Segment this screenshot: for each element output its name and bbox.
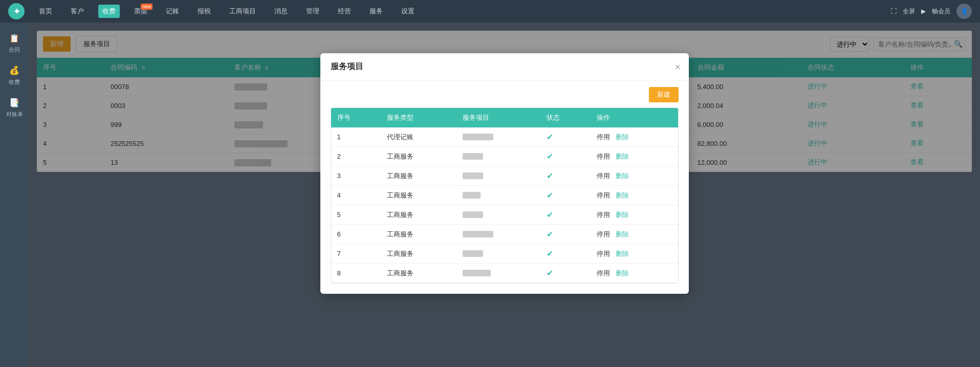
nav-invoice[interactable]: 票据 new <box>130 5 151 18</box>
modal-cell-item <box>456 225 540 244</box>
modal-table-row: 1 代理记账 ✔ 停用 删除 <box>331 127 678 147</box>
modal-cell-action: 停用 删除 <box>591 166 678 186</box>
modal-cell-status: ✔ <box>540 166 591 186</box>
app-logo: ✦ <box>8 3 25 19</box>
delete-button[interactable]: 删除 <box>616 250 629 257</box>
stop-button[interactable]: 停用 <box>597 172 610 180</box>
stop-button[interactable]: 停用 <box>597 133 610 141</box>
nav-home[interactable]: 首页 <box>35 5 56 18</box>
nav-tax[interactable]: 报税 <box>193 5 215 18</box>
modal-table: 序号 服务类型 服务项目 状态 操作 1 代理记账 ✔ 停用 删除 2 工商服务 <box>331 108 678 283</box>
modal-cell-type: 工商服务 <box>381 205 456 225</box>
modal-table-row: 8 工商服务 ✔ 停用 删除 <box>331 264 678 283</box>
modal-cell-seq: 7 <box>331 244 381 264</box>
sidebar-item-label-shoufei: 收费 <box>9 78 20 86</box>
fullscreen-icon[interactable]: ⛶ <box>890 8 897 15</box>
stop-button[interactable]: 停用 <box>597 230 610 238</box>
sidebar-item-shoufei[interactable]: 💰 收费 <box>2 60 27 90</box>
modal-cell-seq: 3 <box>331 166 381 186</box>
modal-cell-action: 停用 删除 <box>591 264 678 283</box>
modal-cell-seq: 6 <box>331 225 381 244</box>
modal-cell-action: 停用 删除 <box>591 127 678 147</box>
nav-service[interactable]: 服务 <box>365 5 387 18</box>
modal-cell-action: 停用 删除 <box>591 244 678 264</box>
modal-cell-status: ✔ <box>540 264 591 283</box>
nav-msg[interactable]: 消息 <box>270 5 292 18</box>
top-navigation: ✦ 首页 客户 收费 票据 new 记账 报税 工商项目 消息 管理 经营 服务… <box>0 0 980 23</box>
modal-cell-type: 工商服务 <box>381 166 456 186</box>
member-label[interactable]: 畅会员 <box>932 7 950 16</box>
stop-button[interactable]: 停用 <box>597 211 610 219</box>
nav-biz[interactable]: 工商项目 <box>225 5 260 18</box>
delete-button[interactable]: 删除 <box>616 211 629 219</box>
modal-cell-seq: 5 <box>331 205 381 225</box>
modal-cell-item <box>456 264 540 283</box>
modal-body: 新建 序号 服务类型 服务项目 状态 操作 1 代理记账 <box>320 81 689 284</box>
modal-header-row: 序号 服务类型 服务项目 状态 操作 <box>331 108 678 127</box>
nav-settings[interactable]: 设置 <box>397 5 419 18</box>
modal-table-row: 6 工商服务 ✔ 停用 删除 <box>331 225 678 244</box>
modal-cell-type: 工商服务 <box>381 147 456 166</box>
modal-cell-item <box>456 147 540 166</box>
fullscreen-label[interactable]: 全屏 <box>903 7 915 16</box>
modal-cell-action: 停用 删除 <box>591 186 678 205</box>
member-icon[interactable]: ▶ <box>921 8 926 15</box>
modal-table-row: 5 工商服务 ✔ 停用 删除 <box>331 205 678 225</box>
modal-col-action: 操作 <box>591 108 678 127</box>
nav-customer[interactable]: 客户 <box>67 5 88 18</box>
stop-button[interactable]: 停用 <box>597 153 610 160</box>
sidebar: 📋 合同 💰 收费 📑 对账单 <box>0 23 29 367</box>
modal-cell-type: 工商服务 <box>381 264 456 283</box>
modal-cell-action: 停用 删除 <box>591 225 678 244</box>
modal-table-row: 3 工商服务 ✔ 停用 删除 <box>331 166 678 186</box>
modal-table-row: 4 工商服务 ✔ 停用 删除 <box>331 186 678 205</box>
sidebar-item-label-duizhang: 对账单 <box>6 111 23 118</box>
modal-cell-item <box>456 205 540 225</box>
service-items-modal: 服务项目 × 新建 序号 服务类型 服务项目 状态 操作 <box>320 53 689 294</box>
sidebar-item-duizhang[interactable]: 📑 对账单 <box>2 92 27 122</box>
nav-ledger[interactable]: 记账 <box>162 5 183 18</box>
stop-button[interactable]: 停用 <box>597 191 610 199</box>
nav-right-area: ⛶ 全屏 ▶ 畅会员 👤 <box>890 4 972 19</box>
modal-col-item: 服务项目 <box>456 108 540 127</box>
delete-button[interactable]: 删除 <box>616 133 629 141</box>
stop-button[interactable]: 停用 <box>597 269 610 277</box>
modal-cell-item <box>456 186 540 205</box>
modal-col-status: 状态 <box>540 108 591 127</box>
modal-table-row: 2 工商服务 ✔ 停用 删除 <box>331 147 678 166</box>
modal-col-type: 服务类型 <box>381 108 456 127</box>
contract-icon: 📋 <box>8 32 20 44</box>
modal-overlay[interactable]: 服务项目 × 新建 序号 服务类型 服务项目 状态 操作 <box>29 23 980 367</box>
avatar[interactable]: 👤 <box>956 4 972 19</box>
stop-button[interactable]: 停用 <box>597 250 610 257</box>
nav-manage[interactable]: 管理 <box>302 5 323 18</box>
modal-cell-action: 停用 删除 <box>591 147 678 166</box>
modal-table-wrapper[interactable]: 序号 服务类型 服务项目 状态 操作 1 代理记账 ✔ 停用 删除 2 工商服务 <box>331 107 679 284</box>
modal-cell-type: 工商服务 <box>381 225 456 244</box>
modal-cell-seq: 1 <box>331 127 381 147</box>
modal-cell-action: 停用 删除 <box>591 205 678 225</box>
delete-button[interactable]: 删除 <box>616 153 629 160</box>
delete-button[interactable]: 删除 <box>616 269 629 277</box>
modal-cell-type: 工商服务 <box>381 186 456 205</box>
delete-button[interactable]: 删除 <box>616 191 629 199</box>
modal-new-button[interactable]: 新建 <box>649 87 679 102</box>
modal-cell-type: 工商服务 <box>381 244 456 264</box>
modal-close-button[interactable]: × <box>675 61 681 72</box>
modal-cell-item <box>456 244 540 264</box>
shoufei-icon: 💰 <box>8 64 20 76</box>
modal-cell-status: ✔ <box>540 147 591 166</box>
duizhang-icon: 📑 <box>8 96 20 109</box>
modal-cell-item <box>456 127 540 147</box>
nav-finance[interactable]: 经营 <box>334 5 355 18</box>
sidebar-item-contract[interactable]: 📋 合同 <box>2 28 27 58</box>
modal-table-row: 7 工商服务 ✔ 停用 删除 <box>331 244 678 264</box>
modal-cell-seq: 2 <box>331 147 381 166</box>
modal-title: 服务项目 <box>331 61 363 72</box>
nav-shoufei[interactable]: 收费 <box>98 5 120 18</box>
delete-button[interactable]: 删除 <box>616 230 629 238</box>
modal-cell-seq: 8 <box>331 264 381 283</box>
delete-button[interactable]: 删除 <box>616 172 629 180</box>
modal-header: 服务项目 × <box>320 53 689 81</box>
modal-table-body: 1 代理记账 ✔ 停用 删除 2 工商服务 ✔ 停用 删除 3 工商服务 ✔ 停… <box>331 127 678 283</box>
